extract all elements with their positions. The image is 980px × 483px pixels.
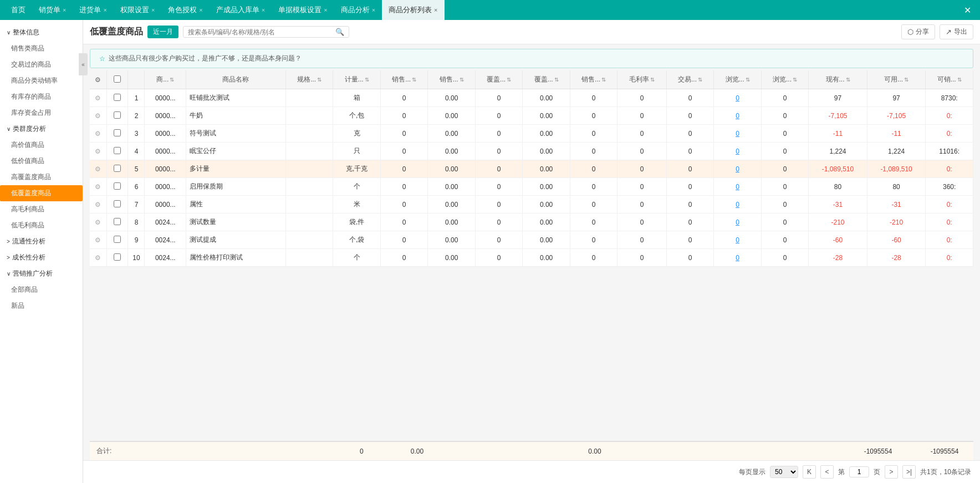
row-settings[interactable]: ⚙: [90, 107, 106, 125]
row-checkbox[interactable]: [106, 213, 128, 231]
col-gross-rate[interactable]: 毛利率⇅: [617, 70, 666, 89]
row-cover-cnt: 0: [475, 89, 522, 107]
sidebar-item-low-coverage[interactable]: 低覆盖度商品: [0, 185, 83, 201]
row-checkbox[interactable]: [106, 196, 128, 213]
sidebar-item-stocked-goods[interactable]: 有库存的商品: [0, 89, 83, 105]
nav-close-analysis[interactable]: ×: [372, 7, 375, 13]
nav-role-auth[interactable]: 角色授权 ×: [161, 0, 209, 20]
col-avail[interactable]: 可用...⇅: [867, 70, 926, 89]
select-all-checkbox[interactable]: [114, 75, 121, 83]
nav-product-analysis[interactable]: 商品分析 ×: [334, 0, 382, 20]
col-code[interactable]: 商...⇅: [145, 70, 186, 89]
row-settings[interactable]: ⚙: [90, 160, 106, 178]
row-browse1[interactable]: 0: [714, 249, 761, 267]
row-settings[interactable]: ⚙: [90, 249, 106, 267]
sidebar-item-low-value[interactable]: 低价值商品: [0, 153, 83, 169]
nav-close-role[interactable]: ×: [199, 7, 202, 13]
col-sales-amt[interactable]: 销售...⇅: [428, 70, 475, 89]
col-sales-qty[interactable]: 销售...⇅: [380, 70, 427, 89]
row-browse1[interactable]: 0: [714, 213, 761, 231]
sidebar-item-high-margin[interactable]: 高毛利商品: [0, 201, 83, 217]
nav-sales-order[interactable]: 销货单 ×: [32, 0, 73, 20]
col-cover-cnt[interactable]: 覆盖...⇅: [475, 70, 522, 89]
row-checkbox[interactable]: [106, 125, 128, 143]
row-settings[interactable]: ⚙: [90, 213, 106, 231]
col-settings[interactable]: ⚙: [90, 70, 106, 89]
nav-permission-settings[interactable]: 权限设置 ×: [114, 0, 161, 20]
sidebar-section-overall[interactable]: ∨ 整体信息: [0, 24, 83, 40]
nav-home[interactable]: 首页: [4, 0, 32, 20]
nav-close-permission[interactable]: ×: [151, 7, 155, 13]
nav-template-settings[interactable]: 单据模板设置 ×: [272, 0, 334, 20]
row-settings[interactable]: ⚙: [90, 178, 106, 196]
page-size-select[interactable]: 20 50 100: [770, 466, 798, 478]
prev-page-button[interactable]: <: [820, 465, 834, 479]
row-settings[interactable]: ⚙: [90, 143, 106, 160]
sidebar-section-cluster[interactable]: ∨ 类群度分析: [0, 121, 83, 137]
first-page-button[interactable]: K: [803, 465, 816, 479]
row-checkbox[interactable]: [106, 89, 128, 107]
search-input[interactable]: [188, 28, 335, 36]
sidebar-item-high-coverage[interactable]: 高覆盖度商品: [0, 169, 83, 185]
row-checkbox[interactable]: [106, 249, 128, 267]
next-page-button[interactable]: >: [885, 465, 898, 479]
row-browse1[interactable]: 0: [714, 160, 761, 178]
col-cover-rate[interactable]: 覆盖...⇅: [523, 70, 570, 89]
row-browse1[interactable]: 0: [714, 178, 761, 196]
row-checkbox[interactable]: [106, 178, 128, 196]
export-button[interactable]: ↗ 导出: [940, 24, 973, 39]
sidebar-item-stock-capital[interactable]: 库存资金占用: [0, 105, 83, 121]
col-saleable[interactable]: 可销...⇅: [926, 70, 973, 89]
col-spec[interactable]: 规格...⇅: [285, 70, 333, 89]
col-checkbox-header[interactable]: [106, 70, 128, 89]
sidebar-collapse-button[interactable]: «: [79, 53, 88, 75]
nav-close-sales[interactable]: ×: [63, 7, 66, 13]
row-browse1[interactable]: 0: [714, 196, 761, 213]
nav-close-analysis-list[interactable]: ×: [434, 7, 437, 13]
row-browse1[interactable]: 0: [714, 89, 761, 107]
window-close-button[interactable]: ✕: [959, 2, 976, 18]
col-sales-x[interactable]: 销售...⇅: [570, 70, 617, 89]
col-browse2[interactable]: 浏览...⇅: [761, 70, 808, 89]
share-button[interactable]: ⬡ 分享: [901, 24, 935, 39]
sidebar-item-all-goods[interactable]: 全部商品: [0, 282, 83, 298]
row-checkbox[interactable]: [106, 143, 128, 160]
current-page-input[interactable]: [849, 466, 869, 477]
sidebar-section-marketing[interactable]: ∨ 营销推广分析: [0, 266, 83, 282]
col-trade-x[interactable]: 交易...⇅: [666, 70, 713, 89]
search-icon[interactable]: 🔍: [335, 28, 344, 36]
sidebar-section-growth[interactable]: > 成长性分析: [0, 250, 83, 266]
sidebar-item-new-goods[interactable]: 新品: [0, 298, 83, 314]
row-checkbox[interactable]: [106, 107, 128, 125]
sidebar-item-category-rate[interactable]: 商品分类动销率: [0, 73, 83, 89]
last-page-button[interactable]: >|: [902, 465, 916, 479]
row-sales-qty: 0: [380, 143, 427, 160]
row-browse1[interactable]: 0: [714, 231, 761, 249]
row-browse1[interactable]: 0: [714, 107, 761, 125]
row-checkbox[interactable]: [106, 160, 128, 178]
row-avail: 97: [867, 89, 926, 107]
nav-close-template[interactable]: ×: [324, 7, 327, 13]
row-settings[interactable]: ⚙: [90, 89, 106, 107]
sidebar-section-liquidity[interactable]: > 流通性分析: [0, 233, 83, 250]
sidebar-item-traded-goods[interactable]: 交易过的商品: [0, 57, 83, 73]
col-cur-stock[interactable]: 现有...⇅: [809, 70, 867, 89]
nav-close-storage[interactable]: ×: [262, 7, 265, 13]
nav-product-analysis-list[interactable]: 商品分析列表 ×: [382, 0, 444, 20]
row-settings[interactable]: ⚙: [90, 231, 106, 249]
row-browse1[interactable]: 0: [714, 125, 761, 143]
sidebar-item-low-margin[interactable]: 低毛利商品: [0, 217, 83, 233]
nav-close-purchase[interactable]: ×: [103, 7, 106, 13]
row-browse1[interactable]: 0: [714, 143, 761, 160]
row-cur-stock: -60: [809, 231, 867, 249]
nav-product-storage[interactable]: 产成品入库单 ×: [210, 0, 272, 20]
time-filter-button[interactable]: 近一月: [147, 26, 178, 38]
col-browse1[interactable]: 浏览...⇅: [714, 70, 761, 89]
row-checkbox[interactable]: [106, 231, 128, 249]
col-unit[interactable]: 计量...⇅: [333, 70, 380, 89]
sidebar-item-sales-goods[interactable]: 销售类商品: [0, 40, 83, 57]
row-settings[interactable]: ⚙: [90, 196, 106, 213]
nav-purchase-order[interactable]: 进货单 ×: [73, 0, 113, 20]
row-settings[interactable]: ⚙: [90, 125, 106, 143]
sidebar-item-high-value[interactable]: 高价值商品: [0, 137, 83, 153]
